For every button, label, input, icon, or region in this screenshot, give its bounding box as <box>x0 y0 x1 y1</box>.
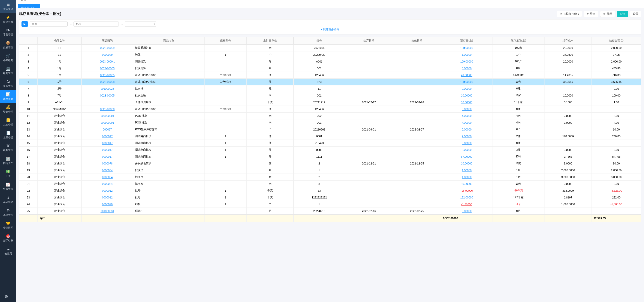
table-wrap: 仓库名称商品编码商品名称规格型号主计量单位批号生产日期失效日期现存量(主)现存量… <box>19 37 641 222</box>
category-select[interactable] <box>125 22 156 27</box>
settings-icon[interactable]: ⚙ <box>4 294 8 299</box>
cell-5-2[interactable]: 0023-00008 <box>82 79 133 85</box>
export-button[interactable]: ⬆ 导出 <box>584 11 598 17</box>
cell-3-9[interactable]: 0.00000 <box>441 65 492 72</box>
sidebar-item-operation-mgmt[interactable]: 📈经营管理 <box>0 180 16 193</box>
cell-12-2[interactable]: 000097 <box>82 126 133 133</box>
cell-2-9[interactable]: 100.00000 <box>441 58 492 65</box>
cell-15-2[interactable]: 0000017 <box>82 146 133 153</box>
cell-21-6: 33 <box>294 187 345 194</box>
cell-20-4 <box>204 181 246 187</box>
cell-16-2[interactable]: 0000017 <box>82 153 133 160</box>
cell-8-9[interactable]: 10.00000 <box>441 99 492 106</box>
cell-12-3: POS显示库存异常 <box>133 126 204 133</box>
cell-17-4 <box>204 160 246 167</box>
sidebar-item-beginner-guide[interactable]: 🎯新手引导 <box>0 232 16 245</box>
cell-11-9[interactable]: 4.00000 <box>441 119 492 126</box>
goods-input[interactable] <box>74 22 119 27</box>
cell-5-9[interactable]: 100.00000 <box>441 79 492 85</box>
sidebar-item-invoice-mgmt[interactable]: 🧾发票管理 <box>0 129 16 141</box>
sidebar-item-quick-nav[interactable]: ⚡快捷导航 <box>0 13 16 26</box>
cell-9-2[interactable]: 0023-00008 <box>82 106 133 113</box>
sidebar-item-cloud-app[interactable]: ☁云应用 <box>0 245 16 258</box>
sidebar-item-ecommerce-mgmt[interactable]: 💻电商管理 <box>0 64 16 77</box>
sidebar-item-basic-info[interactable]: ℹ基础信息 <box>0 193 16 206</box>
cell-24-2[interactable]: 001000031 <box>82 208 133 215</box>
cell-17-2[interactable]: 0000078 <box>82 160 133 167</box>
warehouse-input[interactable] <box>30 22 68 27</box>
cell-19-2[interactable]: 0000084 <box>82 174 133 181</box>
cell-4-12: 716.00 <box>592 72 641 79</box>
cell-4-8 <box>393 72 441 79</box>
expand-conditions-btn[interactable]: ▾ 展开更多条件 <box>22 27 639 32</box>
cell-24-10: 0瓶 <box>492 208 544 215</box>
filter-row: ▶ ... ... ▾ <box>22 21 639 27</box>
cell-14-9[interactable]: 0.00000 <box>441 140 492 146</box>
cell-18-6: 1 <box>294 167 345 174</box>
cell-4-9[interactable]: 49.60000 <box>441 72 492 79</box>
cell-0-9[interactable]: 100.00000 <box>441 45 492 51</box>
cell-7-9[interactable]: 10.00000 <box>441 92 492 99</box>
cell-6-9[interactable]: 0.00000 <box>441 85 492 92</box>
sidebar-item-payroll[interactable]: 💵工资 <box>0 167 16 180</box>
search-button[interactable]: 查询 <box>617 11 628 17</box>
cell-10-9[interactable]: 4.00000 <box>441 113 492 119</box>
sidebar-logo[interactable]: ☰ 搜索菜单 <box>0 0 16 13</box>
cell-10-2[interactable]: 000900001 <box>82 113 133 119</box>
cell-12-0: 13 <box>19 126 38 133</box>
cell-19-9[interactable]: 1.00000 <box>441 174 492 181</box>
cell-14-2[interactable]: 0000017 <box>82 140 133 146</box>
cell-16-9[interactable]: 87.00000 <box>441 153 492 160</box>
sidebar-item-inventory-accounting[interactable]: 📊库存核算 <box>0 90 16 103</box>
cell-24-9[interactable]: 0.00000 <box>441 208 492 215</box>
sidebar-item-finance-mgmt[interactable]: 💰资金管理 <box>0 103 16 116</box>
cell-20-9[interactable]: 10.00000 <box>441 181 492 187</box>
cell-21-9[interactable]: -16.00000 <box>441 187 492 194</box>
sidebar-item-retail-mgmt[interactable]: 🛍零售管理 <box>0 26 16 39</box>
cell-9-9[interactable]: 0.00000 <box>441 106 492 113</box>
cell-6-2[interactable]: 001000026 <box>82 85 133 92</box>
cell-0-2[interactable]: 0023-00009 <box>82 45 133 51</box>
cell-4-2[interactable]: 0023-00005 <box>82 72 133 79</box>
cell-18-9[interactable]: 1.00000 <box>441 167 492 174</box>
cell-11-2[interactable]: 000900001 <box>82 119 133 126</box>
cell-7-2[interactable]: 0023-00005 <box>82 92 133 99</box>
sidebar-item-purchase-mgmt[interactable]: 🗂采购管理 <box>0 77 16 90</box>
cell-22-2[interactable]: 0000012 <box>82 194 133 201</box>
filter-expand-toggle[interactable]: ▶ <box>22 21 28 27</box>
cell-14-4: 1 <box>204 140 246 146</box>
hide-button[interactable]: 👁 显示 <box>600 11 615 17</box>
cell-2-2[interactable]: 0023-0000... <box>82 58 133 65</box>
settings-button[interactable]: 设置 <box>630 11 641 17</box>
print-button[interactable]: 🖨 按模板打印 ▾ <box>557 11 582 17</box>
cell-12-7: 2021-09-01 <box>345 126 393 133</box>
cell-13-9[interactable]: 2.00000 <box>441 133 492 140</box>
cell-1-9[interactable]: 1.00000 <box>441 51 492 58</box>
sidebar-item-tax-mgmt[interactable]: 🏛税务管理 <box>0 141 16 154</box>
home-tab[interactable]: 首页 <box>18 0 40 4</box>
cell-6-10: 0吨 <box>492 85 544 92</box>
sidebar-label-beginner-guide: 新手引导 <box>3 239 13 242</box>
cell-17-9[interactable]: 10.00000 <box>441 160 492 167</box>
cell-12-9[interactable]: 0.00000 <box>441 126 492 133</box>
cell-15-9[interactable]: 3.00000 <box>441 146 492 153</box>
cell-8-2[interactable] <box>82 99 133 106</box>
cell-23-9[interactable]: -1.00000 <box>441 201 492 208</box>
cell-18-2[interactable]: 0000084 <box>82 167 133 174</box>
sidebar-item-ledger-mgmt[interactable]: 📒总账管理 <box>0 116 16 129</box>
sidebar-item-ecommerce[interactable]: 🛒小鹅电商 <box>0 51 16 64</box>
cell-13-2[interactable]: 0000017 <box>82 133 133 140</box>
sidebar-item-wholesale-mgmt[interactable]: 📦批发管理 <box>0 39 16 51</box>
cell-21-2[interactable]: 0000012 <box>82 187 133 194</box>
cell-8-12: 1.00 <box>592 99 641 106</box>
cell-20-2[interactable]: 0000084 <box>82 181 133 187</box>
sidebar-item-system-mgmt[interactable]: ⚙系统管理 <box>0 206 16 219</box>
cell-23-2[interactable]: 0000029 <box>82 201 133 208</box>
basic-info-icon: ℹ <box>8 195 9 200</box>
cell-1-2[interactable]: 0000029 <box>82 51 133 58</box>
cell-3-2[interactable]: 0023-00005 <box>82 65 133 72</box>
cell-0-10: 100米 <box>492 45 544 51</box>
sidebar-item-fixed-assets[interactable]: 🏢固定资产 <box>0 154 16 167</box>
sidebar-item-enterprise-collab[interactable]: 🤝企业协同 <box>0 219 16 232</box>
cell-22-9[interactable]: 122.00000 <box>441 194 492 201</box>
